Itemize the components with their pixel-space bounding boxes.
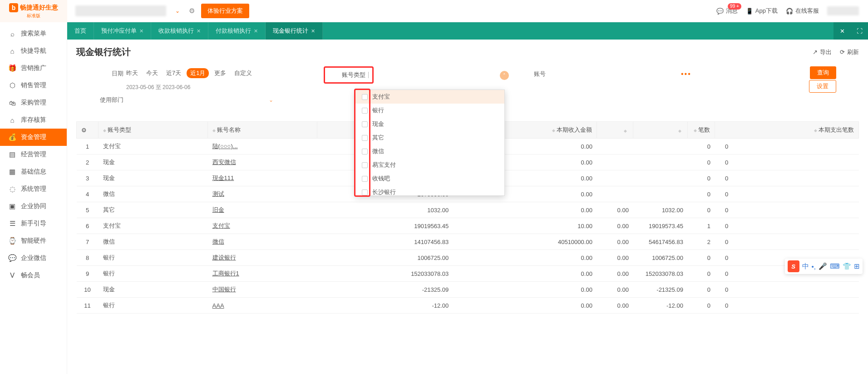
account-name-link[interactable]: AAA xyxy=(212,302,224,309)
tabs-close-all-button[interactable]: ✕ xyxy=(833,22,851,40)
tab[interactable]: 首页 xyxy=(67,22,94,40)
sidebar-operation[interactable]: ▤经营管理 xyxy=(0,146,67,163)
tab[interactable]: 现金银行统计✕ xyxy=(266,22,323,40)
ime-keyboard-icon[interactable]: ⌨ xyxy=(830,262,840,270)
export-button[interactable]: ↗ 导出 xyxy=(813,48,832,56)
sidebar-funds[interactable]: 💰资金管理 xyxy=(0,129,67,146)
sort-icon[interactable]: ◆ xyxy=(552,128,555,133)
account-name-link[interactable]: 现金111 xyxy=(212,175,234,181)
sidebar-wechat[interactable]: 💬企业微信 xyxy=(0,249,67,267)
sidebar-basic[interactable]: ▦基础信息 xyxy=(0,163,67,180)
settings-button[interactable]: 设置 xyxy=(809,80,836,93)
account-name-link[interactable]: 中国银行 xyxy=(212,286,236,293)
tab[interactable]: 预付冲应付单✕ xyxy=(94,22,151,40)
sidebar-member[interactable]: Ⅴ畅会员 xyxy=(0,267,67,284)
dept-dropdown-caret[interactable]: ⌄ xyxy=(269,97,273,103)
more-filters-icon[interactable]: ••• xyxy=(681,70,691,78)
table-header-cell[interactable]: ◆ xyxy=(597,122,633,139)
tab[interactable]: 收款核销执行✕ xyxy=(151,22,208,40)
sort-icon[interactable]: ◆ xyxy=(212,128,216,133)
account-type-filter[interactable]: 账号类型 xyxy=(324,66,374,84)
sidebar-sales[interactable]: ⬡销售管理 xyxy=(0,77,67,94)
table-header-cell[interactable]: ◆笔数 xyxy=(688,122,715,139)
tab-close-icon[interactable]: ✕ xyxy=(139,28,143,34)
ime-logo-icon[interactable]: S xyxy=(788,260,799,272)
dropdown-item[interactable]: 易宝支付 xyxy=(355,158,504,172)
account-name-link[interactable]: 微信 xyxy=(212,238,224,245)
date-chip[interactable]: 自定义 xyxy=(232,68,255,78)
sidebar-marketing[interactable]: 🎁营销推广 xyxy=(0,60,67,77)
checkbox[interactable] xyxy=(362,162,368,168)
account-name-link[interactable]: 陆(○○○)... xyxy=(212,143,238,150)
table-header-cell[interactable]: ◆账号类型 xyxy=(99,122,208,139)
dropdown-item[interactable]: 支付宝 xyxy=(355,90,504,104)
ime-skin-icon[interactable]: 👕 xyxy=(843,262,851,270)
dropdown-item[interactable]: 其它 xyxy=(355,131,504,145)
header-app-download[interactable]: 📱 App下载 xyxy=(746,7,778,15)
account-name-link[interactable]: 支付宝 xyxy=(212,222,230,229)
sort-icon[interactable]: ◆ xyxy=(678,129,681,133)
checkbox[interactable] xyxy=(362,176,368,182)
date-chip[interactable]: 更多 xyxy=(212,68,229,78)
sidebar-search[interactable]: ⌕搜索菜单 xyxy=(0,25,67,42)
tab-close-icon[interactable]: ✕ xyxy=(311,28,315,34)
dropdown-item[interactable]: 银行 xyxy=(355,104,504,117)
tab-close-icon[interactable]: ✕ xyxy=(254,28,258,34)
account-name-link[interactable]: 工商银行1 xyxy=(212,270,239,277)
header-gear-icon[interactable]: ⚙ xyxy=(189,7,195,15)
account-name-link[interactable]: 测试 xyxy=(212,190,224,197)
gear-icon[interactable]: ⚙ xyxy=(81,127,87,134)
date-chip[interactable]: 近1月 xyxy=(187,68,209,78)
query-button[interactable]: 查询 xyxy=(810,66,836,79)
sort-icon[interactable]: ◆ xyxy=(694,128,697,133)
tab[interactable]: 付款核销执行✕ xyxy=(208,22,266,40)
dropdown-item[interactable]: 现金 xyxy=(355,117,504,131)
date-chip[interactable]: 近7天 xyxy=(163,68,184,78)
sidebar-system[interactable]: ◌系统管理 xyxy=(0,180,67,198)
dropdown-item[interactable]: 收钱吧 xyxy=(355,172,504,185)
fullscreen-button[interactable]: ⛶ xyxy=(851,22,868,40)
page-title: 现金银行统计 xyxy=(76,46,131,58)
sidebar-inventory[interactable]: ⌂库存核算 xyxy=(0,111,67,129)
checkbox[interactable] xyxy=(362,121,368,127)
checkbox[interactable] xyxy=(362,108,368,114)
ime-mic-icon[interactable]: 🎤 xyxy=(819,262,827,270)
refresh-button[interactable]: ⟳ 刷新 xyxy=(840,48,859,56)
checkbox[interactable] xyxy=(362,149,368,155)
ime-lang-label[interactable]: 中 xyxy=(802,262,809,271)
checkbox[interactable] xyxy=(362,189,368,195)
sidebar-enterprise[interactable]: ▣企业协同 xyxy=(0,198,67,215)
tab-close-icon[interactable]: ✕ xyxy=(197,28,201,34)
sidebar-guide[interactable]: ☰新手引导 xyxy=(0,215,67,232)
date-chip[interactable]: 今天 xyxy=(143,68,161,78)
sidebar-purchase[interactable]: 🛍采购管理 xyxy=(0,94,67,111)
sort-icon[interactable]: ◆ xyxy=(103,128,106,133)
sort-icon[interactable]: ◆ xyxy=(814,128,817,133)
account-name-link[interactable]: 建设银行 xyxy=(212,254,236,261)
account-name-link[interactable]: 旧金 xyxy=(212,206,224,213)
account-type-collapse-icon[interactable]: ˄ xyxy=(500,71,509,80)
sidebar-item-label: 基础信息 xyxy=(21,168,46,176)
sort-icon[interactable]: ◆ xyxy=(624,129,627,133)
dropdown-item[interactable]: 微信 xyxy=(355,145,504,158)
header-online-service[interactable]: 🎧 在线客服 xyxy=(786,7,819,15)
ime-punct-icon[interactable]: •, xyxy=(812,263,816,270)
org-dropdown-caret[interactable]: ⌄ xyxy=(175,8,180,14)
date-chip[interactable]: 昨天 xyxy=(123,68,141,78)
header-message[interactable]: 💬 消息 99 + xyxy=(716,7,738,15)
table-header-cell[interactable]: ◆账号名称 xyxy=(208,122,317,139)
dropdown-item[interactable]: 长沙银行 xyxy=(355,185,504,195)
table-header-cell[interactable]: ◆本期支出笔数 xyxy=(715,122,859,139)
sidebar-item-icon: ◌ xyxy=(8,185,16,193)
sidebar-quicknav[interactable]: ⌂快捷导航 xyxy=(0,42,67,60)
checkbox[interactable] xyxy=(362,135,368,141)
experience-plan-button[interactable]: 体验行业方案 xyxy=(201,4,249,18)
cell-account-name: 工商银行1 xyxy=(208,266,317,282)
ime-toolbox-icon[interactable]: ⊞ xyxy=(854,262,860,270)
account-name-link[interactable]: 西安微信 xyxy=(212,159,236,165)
checkbox[interactable] xyxy=(362,94,368,100)
dropdown-scroll[interactable]: 支付宝银行现金其它微信易宝支付收钱吧长沙银行 xyxy=(355,90,504,195)
sidebar-hardware[interactable]: ⌚智能硬件 xyxy=(0,232,67,249)
table-header-cell[interactable]: ◆ xyxy=(633,122,688,139)
table-header-cell[interactable]: ⚙ xyxy=(77,122,99,139)
